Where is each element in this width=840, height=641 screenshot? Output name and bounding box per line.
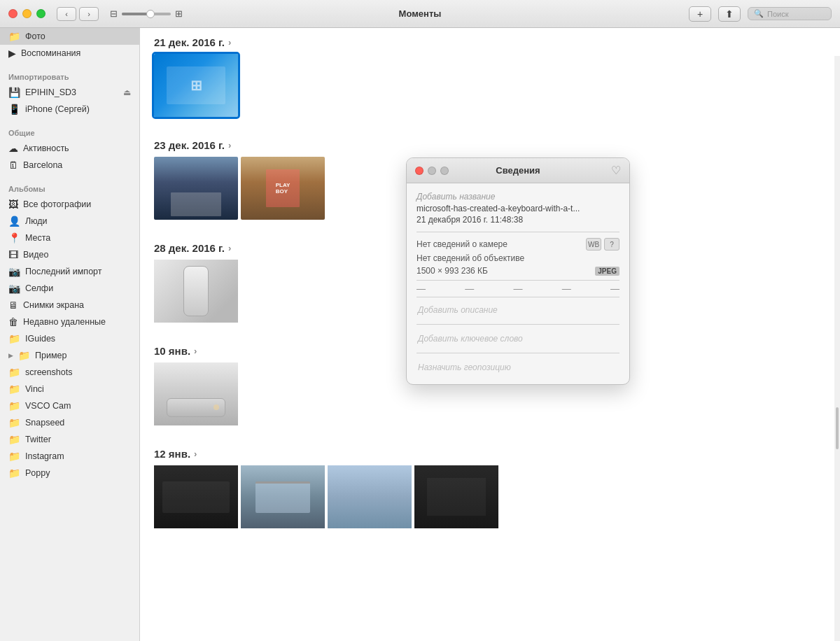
info-jpeg-badge: JPEG [595, 267, 620, 276]
moment-date-dec21: 21 дек. 2016 г. [154, 36, 225, 48]
sidebar-item-video[interactable]: 🎞 Видео [0, 246, 139, 263]
moment-dec21: 21 дек. 2016 г. › ⊞ [140, 28, 840, 131]
moment-date-jan10: 10 янв. [154, 345, 190, 357]
content-area: 21 дек. 2016 г. › ⊞ 23 дек. 2016 г. › [140, 28, 840, 641]
share-button[interactable]: ⬆ [718, 6, 741, 22]
people-icon: 👤 [8, 216, 20, 227]
import-section-label: Импортировать [0, 66, 139, 84]
info-camera-row: Нет сведений о камере WB ? [416, 238, 620, 251]
sidebar-label-poppy: Poppy [25, 468, 50, 478]
photo-laptop[interactable] [241, 465, 325, 528]
zoom-in-icon: ⊞ [175, 8, 183, 19]
sidebar-label-video: Видео [23, 250, 49, 260]
photo-mac-mini[interactable] [154, 362, 238, 425]
video-icon: 🎞 [8, 249, 18, 260]
info-divider-1 [416, 232, 620, 232]
forward-button[interactable]: › [79, 7, 99, 21]
sidebar-label-last-import: Последний импорт [25, 267, 102, 276]
moment-header-jan12: 12 янв. › [154, 439, 826, 465]
photo-dark[interactable] [414, 465, 498, 528]
sidebar-item-activity[interactable]: ☁ Активность [0, 140, 139, 157]
moment-chevron-jan12[interactable]: › [194, 449, 197, 459]
cloud-icon: ☁ [8, 143, 18, 154]
sidebar-item-iphone[interactable]: 📱 iPhone (Сергей) [0, 101, 139, 118]
places-icon: 📍 [8, 232, 20, 244]
close-button[interactable] [8, 9, 18, 18]
sidebar-item-vsco[interactable]: 📁 VSCO Cam [0, 397, 139, 414]
sidebar-item-memories[interactable]: ▶ Воспоминания [0, 45, 139, 62]
vsco-folder-icon: 📁 [8, 400, 20, 411]
info-add-keyword[interactable]: Добавить ключевое слово [416, 330, 620, 347]
info-add-description[interactable]: Добавить описание [416, 302, 620, 318]
moment-photos-jan12 [154, 465, 826, 528]
scrollbar[interactable] [834, 56, 840, 641]
moment-date-dec23: 23 дек. 2016 г. [154, 139, 225, 151]
sidebar-item-epihin[interactable]: 💾 EPIHIN_SD3 ⏏ [0, 84, 139, 101]
sidebar-label-sshots: screenshots [25, 367, 72, 377]
sidebar-item-snapseed[interactable]: 📁 Snapseed [0, 414, 139, 431]
photo-keyboard2[interactable] [154, 465, 238, 528]
snapseed-folder-icon: 📁 [8, 417, 20, 428]
info-dash-1: — [416, 283, 426, 294]
moment-chevron-dec23[interactable]: › [228, 140, 231, 150]
photo-ms-keyboard[interactable]: ⊞ [154, 54, 238, 117]
photo-train[interactable] [154, 157, 238, 220]
info-maximize-button[interactable] [440, 167, 449, 175]
sidebar-item-screenshots[interactable]: 🖥 Снимки экрана [0, 297, 139, 314]
maximize-button[interactable] [36, 9, 46, 18]
info-dash-2: — [465, 283, 474, 294]
calendar-icon: 🗓 [8, 160, 18, 171]
add-button[interactable]: + [689, 6, 711, 22]
moment-header-dec23: 23 дек. 2016 г. › [154, 131, 826, 157]
info-date: 21 декабря 2016 г. 11:48:38 [416, 215, 620, 225]
info-dimensions-row: 1500 × 993 236 КБ JPEG [416, 266, 620, 276]
sidebar-label-barcelona: Barcelona [23, 160, 62, 170]
zoom-slider[interactable] [122, 13, 171, 15]
sidebar-item-vinci[interactable]: 📁 Vinci [0, 381, 139, 397]
search-box[interactable]: 🔍 Поиск [748, 7, 832, 20]
info-panel-title: Сведения [496, 165, 540, 176]
window-title: Моменты [399, 8, 442, 19]
common-section-label: Общие [0, 122, 139, 140]
sidebar-item-photos[interactable]: 📁 Фото [0, 28, 139, 45]
traffic-lights [8, 9, 46, 18]
search-icon: 🔍 [754, 9, 764, 18]
back-button[interactable]: ‹ [57, 7, 76, 21]
sidebar-item-primer[interactable]: ▶ 📁 Пример [0, 347, 139, 364]
sidebar-item-poppy[interactable]: 📁 Poppy [0, 465, 139, 481]
photo-screenshot2[interactable] [328, 465, 412, 528]
photo-boy-playboy[interactable]: PLAYBOY [241, 157, 325, 220]
info-minimize-button[interactable] [428, 167, 436, 175]
sidebar-item-iguides[interactable]: 📁 IGuides [0, 330, 139, 347]
photo-iphone7[interactable] [154, 260, 238, 323]
sidebar-item-all-photos[interactable]: 🖼 Все фотографии [0, 196, 139, 213]
eject-icon[interactable]: ⏏ [123, 87, 131, 97]
heart-icon[interactable]: ♡ [611, 164, 621, 177]
question-icon: ? [604, 238, 620, 251]
moment-chevron-dec28[interactable]: › [228, 243, 231, 253]
sidebar-label-recently-deleted: Недавно удаленные [23, 317, 106, 327]
sidebar-item-people[interactable]: 👤 Люди [0, 213, 139, 230]
sidebar-label-iphone: iPhone (Сергей) [25, 104, 90, 114]
info-set-location[interactable]: Назначить геопозицию [416, 359, 620, 376]
moment-chevron-dec21[interactable]: › [228, 37, 231, 48]
sidebar-item-recently-deleted[interactable]: 🗑 Недавно удаленные [0, 314, 139, 330]
sidebar-item-instagram[interactable]: 📁 Instagram [0, 448, 139, 465]
sidebar-item-twitter[interactable]: 📁 Twitter [0, 431, 139, 448]
scrollbar-thumb[interactable] [836, 407, 839, 449]
info-dash-3: — [514, 283, 523, 294]
sidebar-item-last-import[interactable]: 📷 Последний импорт [0, 263, 139, 280]
minimize-button[interactable] [22, 9, 31, 18]
sidebar-item-selfie[interactable]: 📷 Селфи [0, 280, 139, 297]
sidebar-label-activity: Активность [23, 143, 69, 153]
info-no-camera: Нет сведений о камере [416, 239, 507, 249]
sd-card-icon: 💾 [8, 87, 20, 98]
info-add-name[interactable]: Добавить название [416, 192, 620, 202]
moment-chevron-jan10[interactable]: › [194, 346, 197, 356]
sidebar-item-sshots[interactable]: 📁 screenshots [0, 364, 139, 381]
sidebar-item-barcelona[interactable]: 🗓 Barcelona [0, 157, 139, 174]
last-import-icon: 📷 [8, 266, 20, 277]
sidebar-label-all-photos: Все фотографии [23, 199, 91, 209]
sidebar-item-places[interactable]: 📍 Места [0, 230, 139, 246]
info-close-button[interactable] [415, 167, 424, 175]
